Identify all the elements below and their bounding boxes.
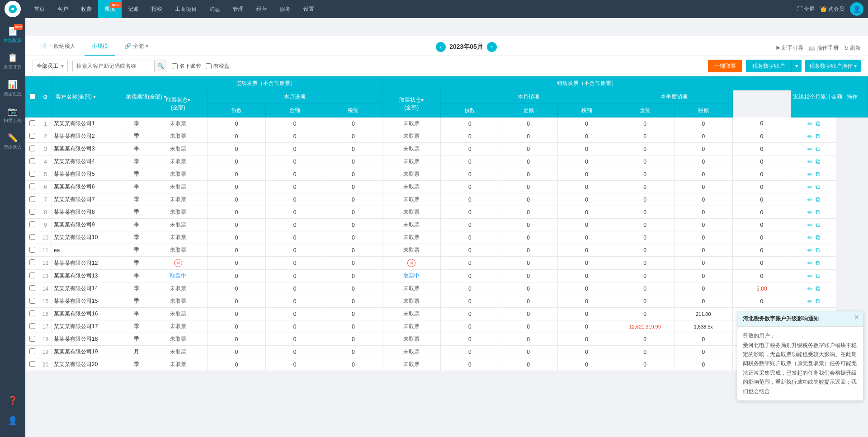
fullscreen-btn[interactable]: ⛶ 全屏 bbox=[797, 5, 815, 13]
sidebar-item-scan-upload[interactable]: 📷 扫描上传 bbox=[1, 103, 24, 127]
edit-icon[interactable]: ✏ bbox=[807, 196, 813, 203]
edit-icon[interactable]: ✏ bbox=[807, 183, 813, 191]
sidebar-item-invoice-entry[interactable]: ✏️ 票据录入 bbox=[1, 129, 24, 154]
row-checkbox[interactable] bbox=[29, 259, 35, 265]
edit-icon[interactable]: ✏ bbox=[807, 209, 813, 216]
statement-checkbox[interactable] bbox=[172, 63, 178, 69]
row-checkbox[interactable] bbox=[29, 285, 35, 291]
quarter-amount-link[interactable]: 12,621,319.99 bbox=[629, 324, 660, 329]
row-checkbox[interactable] bbox=[29, 310, 35, 316]
nav-manage[interactable]: 管理 bbox=[226, 0, 250, 18]
col-name-header[interactable]: 客户名称(全部) ▾ bbox=[52, 77, 124, 117]
nav-invoice[interactable]: 票据 new bbox=[98, 0, 122, 18]
copy-icon[interactable]: ⧉ bbox=[816, 208, 820, 216]
edit-icon[interactable]: ✏ bbox=[807, 158, 813, 165]
sidebar-user[interactable]: 👤 bbox=[1, 412, 24, 431]
nav-client[interactable]: 客户 bbox=[51, 0, 75, 18]
statement-checkbox-label[interactable]: 名下账套 bbox=[172, 62, 201, 70]
sidebar-item-smart-invoice[interactable]: 📄 智能取票 new bbox=[1, 23, 24, 47]
copy-icon[interactable]: ⧉ bbox=[816, 170, 820, 178]
row-checkbox[interactable] bbox=[29, 298, 35, 304]
copy-icon[interactable]: ⧉ bbox=[816, 259, 820, 267]
edit-icon[interactable]: ✏ bbox=[807, 133, 813, 140]
not-fetched-status: 未取票 bbox=[170, 120, 186, 127]
row-checkbox[interactable] bbox=[29, 183, 35, 189]
tab-general[interactable]: 📄 一般纳税人 bbox=[33, 38, 83, 56]
copy-icon[interactable]: ⧉ bbox=[816, 246, 820, 254]
copy-icon[interactable]: ⧉ bbox=[816, 221, 820, 229]
employee-select[interactable]: 全部员工 ▾ bbox=[33, 60, 68, 72]
row-checkbox[interactable] bbox=[29, 361, 35, 367]
one-click-btn[interactable]: 一键取票 bbox=[708, 60, 742, 72]
nav-tax[interactable]: 报税 bbox=[145, 0, 169, 18]
copy-icon[interactable]: ⧉ bbox=[816, 158, 820, 165]
taxdisk-checkbox[interactable] bbox=[206, 63, 212, 69]
row-checkbox[interactable] bbox=[29, 120, 35, 126]
period-next-btn[interactable]: › bbox=[487, 42, 497, 52]
row-checkbox[interactable] bbox=[29, 273, 35, 278]
notification-close-btn[interactable]: ✕ bbox=[854, 314, 859, 321]
nav-account[interactable]: 记账 bbox=[122, 0, 145, 18]
copy-icon[interactable]: ⧉ bbox=[816, 120, 820, 127]
edit-icon[interactable]: ✏ bbox=[807, 247, 813, 254]
taxdisk-checkbox-label[interactable]: 有税盘 bbox=[206, 62, 230, 70]
row-checkbox[interactable] bbox=[29, 336, 35, 342]
edit-icon[interactable]: ✏ bbox=[807, 285, 813, 292]
avatar[interactable]: 👤 bbox=[850, 2, 863, 16]
copy-icon[interactable]: ⧉ bbox=[816, 234, 820, 241]
edit-icon[interactable]: ✏ bbox=[807, 120, 813, 127]
new-guide-btn[interactable]: ⚑ 新手引导 bbox=[775, 44, 803, 52]
row-checkbox[interactable] bbox=[29, 196, 35, 202]
nav-service[interactable]: 服务 bbox=[274, 0, 297, 18]
copy-icon[interactable]: ⧉ bbox=[816, 132, 820, 140]
sidebar-help[interactable]: ❓ bbox=[1, 392, 24, 410]
sidebar-item-invoice-summary[interactable]: 📊 票据汇总 bbox=[1, 76, 24, 101]
tab-all[interactable]: 🔗 全能 ▾ bbox=[117, 38, 156, 56]
vip-btn[interactable]: 👑 购会员 bbox=[820, 5, 844, 13]
search-input[interactable] bbox=[73, 63, 154, 69]
row-checkbox[interactable] bbox=[29, 323, 35, 329]
copy-icon[interactable]: ⧉ bbox=[816, 145, 820, 153]
running12-link[interactable]: 5.00 bbox=[756, 286, 767, 292]
row-checkbox[interactable] bbox=[29, 146, 35, 151]
out-status-header[interactable]: 取票状态▾(全部) bbox=[382, 90, 441, 117]
row-checkbox[interactable] bbox=[29, 221, 35, 227]
manual-btn[interactable]: 📖 操作手册 bbox=[809, 44, 839, 52]
nav-business[interactable]: 工商项目 bbox=[169, 0, 203, 18]
nav-income[interactable]: 收费 bbox=[75, 0, 98, 18]
nav-home[interactable]: 首页 bbox=[28, 0, 51, 18]
edit-icon[interactable]: ✏ bbox=[807, 259, 813, 267]
edit-icon[interactable]: ✏ bbox=[807, 146, 813, 153]
copy-icon[interactable]: ⧉ bbox=[816, 285, 820, 292]
nav-operation[interactable]: 经营 bbox=[250, 0, 274, 18]
edit-icon[interactable]: ✏ bbox=[807, 273, 813, 280]
row-checkbox[interactable] bbox=[29, 158, 35, 164]
row-checkbox[interactable] bbox=[29, 133, 35, 139]
tab-small[interactable]: 小规模 bbox=[85, 38, 115, 56]
select-all-checkbox[interactable] bbox=[29, 94, 35, 99]
nav-message[interactable]: 消息 bbox=[203, 0, 226, 18]
row-checkbox[interactable] bbox=[29, 234, 35, 240]
edit-icon[interactable]: ✏ bbox=[807, 171, 813, 178]
edit-icon[interactable]: ✏ bbox=[807, 221, 813, 229]
edit-icon[interactable]: ✏ bbox=[807, 234, 813, 241]
digital-action-select[interactable]: 税务数字账户操作 ▾ bbox=[805, 60, 861, 72]
logo[interactable] bbox=[5, 1, 21, 17]
row-checkbox[interactable] bbox=[29, 348, 35, 354]
search-button[interactable]: 🔍 bbox=[154, 60, 167, 72]
copy-icon[interactable]: ⧉ bbox=[816, 196, 820, 203]
digital-account-btn[interactable]: 税务数字账户 bbox=[746, 60, 791, 72]
digital-action-dropdown[interactable]: ▾ bbox=[791, 60, 802, 72]
refresh-btn[interactable]: ↻ 刷新 bbox=[844, 44, 861, 52]
copy-icon[interactable]: ⧉ bbox=[816, 183, 820, 191]
sidebar-item-open-invoice[interactable]: 📋 发票开具 bbox=[1, 49, 24, 74]
row-checkbox[interactable] bbox=[29, 247, 35, 253]
row-checkbox[interactable] bbox=[29, 171, 35, 177]
copy-icon[interactable]: ⧉ bbox=[816, 272, 820, 280]
row-checkbox[interactable] bbox=[29, 209, 35, 215]
edit-icon[interactable]: ✏ bbox=[807, 298, 813, 305]
period-prev-btn[interactable]: ‹ bbox=[436, 42, 446, 52]
col-tax-period-header[interactable]: 纳税期限(全部) ▾ bbox=[124, 77, 149, 117]
nav-settings[interactable]: 设置 bbox=[297, 0, 321, 18]
copy-icon[interactable]: ⧉ bbox=[816, 297, 820, 305]
